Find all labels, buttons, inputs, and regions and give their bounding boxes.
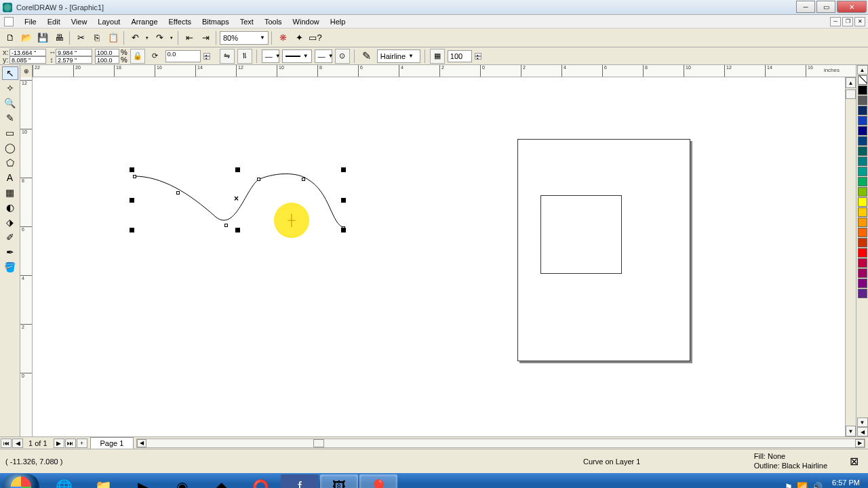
color-swatch[interactable] — [858, 96, 867, 105]
rectangle-tool[interactable]: ▭ — [2, 126, 18, 140]
taskbar-chrome[interactable]: ◉ — [163, 474, 201, 488]
eyedropper-tool[interactable]: ✐ — [2, 230, 18, 244]
taskbar-app1[interactable]: ◆ — [202, 474, 240, 488]
print-button[interactable]: 🖶 — [52, 30, 66, 45]
taskbar-explorer[interactable]: 📁 — [84, 474, 122, 488]
color-swatch[interactable] — [858, 157, 867, 166]
outline-tool[interactable]: ✒ — [2, 245, 18, 259]
height-input[interactable]: 2.579 " — [56, 56, 92, 64]
curve-node[interactable] — [133, 175, 136, 178]
undo-dropdown[interactable]: ▾ — [144, 30, 151, 45]
opacity-spinner[interactable]: ▴▾ — [475, 53, 481, 60]
selection-handle[interactable] — [130, 167, 134, 172]
tray-network-icon[interactable]: 📶 — [797, 482, 808, 489]
color-swatch[interactable] — [858, 228, 867, 237]
scroll-thumb[interactable] — [313, 439, 324, 447]
system-tray[interactable]: ⚑ 📶 🔊 6:57 PM 9/19/2018 — [785, 479, 865, 488]
minimize-button[interactable]: ─ — [796, 1, 815, 13]
outline-width-combo[interactable]: Hairline ▼ — [377, 49, 420, 63]
redo-dropdown[interactable]: ▾ — [168, 30, 175, 45]
last-page-button[interactable]: ⏭ — [65, 439, 76, 448]
menu-arrange[interactable]: Arrange — [125, 16, 163, 27]
color-swatch[interactable] — [858, 146, 867, 156]
interactive-blend-tool[interactable]: ⬗ — [2, 216, 18, 229]
color-swatch[interactable] — [858, 289, 867, 298]
vertical-ruler[interactable]: 121086420 — [20, 77, 33, 436]
import-button[interactable]: ⇤ — [182, 30, 197, 45]
color-swatch[interactable] — [858, 167, 867, 176]
menu-text[interactable]: Text — [235, 16, 259, 27]
selection-center[interactable]: × — [234, 194, 239, 203]
whats-this-button[interactable]: ▭? — [308, 30, 323, 45]
menu-help[interactable]: Help — [325, 16, 351, 27]
color-swatch[interactable] — [858, 136, 867, 146]
taskbar-mediaplayer[interactable]: ▶ — [123, 474, 161, 488]
color-swatch[interactable] — [858, 177, 867, 186]
curve-node[interactable] — [176, 191, 180, 195]
color-swatch[interactable] — [858, 218, 867, 227]
selection-handle[interactable] — [341, 167, 346, 172]
curve-object[interactable] — [127, 165, 358, 247]
text-tool[interactable]: A — [2, 171, 18, 184]
rotation-spinner[interactable]: ▴▾ — [203, 53, 210, 60]
cut-button[interactable]: ✂ — [73, 30, 88, 45]
undo-button[interactable]: ↶ — [127, 30, 142, 45]
ellipse-tool[interactable]: ◯ — [2, 141, 18, 155]
line-end-combo[interactable]: —▼ — [315, 49, 332, 63]
app-launcher-button[interactable]: ❋ — [275, 30, 290, 45]
zoom-tool[interactable]: 🔍 — [2, 96, 18, 110]
interactive-transparency-tool[interactable]: ◐ — [2, 201, 18, 214]
zoom-combo[interactable]: 80% ▼ — [220, 31, 269, 45]
color-swatch[interactable] — [858, 279, 867, 288]
menu-view[interactable]: View — [66, 16, 93, 27]
menu-edit[interactable]: Edit — [42, 16, 66, 27]
fill-tool[interactable]: 🪣 — [2, 260, 18, 274]
mdi-restore-button[interactable]: ❐ — [842, 17, 853, 26]
selection-handle[interactable] — [341, 228, 346, 232]
width-input[interactable]: 9.984 " — [56, 49, 92, 56]
to-front-button[interactable]: ▦ — [430, 49, 445, 64]
mdi-close-button[interactable]: ✕ — [854, 17, 865, 26]
corel-online-button[interactable]: ✦ — [292, 30, 307, 45]
menu-file[interactable]: File — [19, 16, 42, 27]
color-swatch[interactable] — [858, 207, 867, 217]
first-page-button[interactable]: ⏮ — [1, 439, 12, 448]
close-button[interactable]: ✕ — [837, 1, 867, 13]
palette-flyout-button[interactable]: ◀ — [857, 427, 868, 436]
ruler-origin[interactable]: ⊕ — [20, 65, 33, 77]
line-style-combo[interactable]: ▼ — [282, 49, 312, 63]
taskbar-irfanview[interactable]: 🖼 — [320, 474, 358, 488]
taskbar-coreldraw[interactable]: 🎈 — [359, 474, 397, 488]
selection-handle[interactable] — [235, 228, 240, 232]
shape-tool[interactable]: ✧ — [2, 81, 18, 95]
next-page-button[interactable]: ▶ — [54, 439, 64, 448]
maximize-button[interactable]: ▭ — [816, 1, 835, 13]
scale-x-input[interactable]: 100.0 — [95, 49, 119, 56]
polygon-tool[interactable]: ⬠ — [2, 156, 18, 169]
color-swatch[interactable] — [858, 258, 867, 268]
line-start-combo[interactable]: —▼ — [262, 49, 279, 63]
wrap-text-button[interactable]: ✎ — [359, 49, 374, 64]
color-swatch[interactable] — [858, 85, 867, 95]
curve-node[interactable] — [257, 178, 260, 181]
palette-down-button[interactable]: ▼ — [857, 418, 868, 427]
scroll-down-button[interactable]: ▼ — [846, 426, 856, 436]
canvas[interactable]: ┼ × ▲ ▼ — [33, 77, 856, 436]
freehand-tool[interactable]: ✎ — [2, 111, 18, 125]
selection-handle[interactable] — [130, 228, 134, 232]
curve-node[interactable] — [302, 178, 305, 181]
redo-button[interactable]: ↷ — [152, 30, 167, 45]
scale-y-input[interactable]: 100.0 — [95, 56, 119, 64]
save-button[interactable]: 💾 — [35, 30, 50, 45]
no-fill-indicator-icon[interactable]: ⊠ — [850, 455, 859, 468]
palette-up-button[interactable]: ▲ — [857, 65, 868, 75]
rotation-input[interactable]: 0.0 — [165, 50, 201, 62]
scroll-thumb[interactable] — [846, 89, 856, 99]
auto-close-button[interactable]: ⊙ — [335, 49, 350, 64]
tray-volume-icon[interactable]: 🔊 — [812, 482, 823, 489]
color-swatch[interactable] — [858, 248, 867, 258]
color-swatch[interactable] — [858, 116, 867, 125]
open-button[interactable]: 📂 — [19, 30, 34, 45]
rectangle-object[interactable] — [540, 195, 622, 274]
color-swatch[interactable] — [858, 126, 867, 136]
